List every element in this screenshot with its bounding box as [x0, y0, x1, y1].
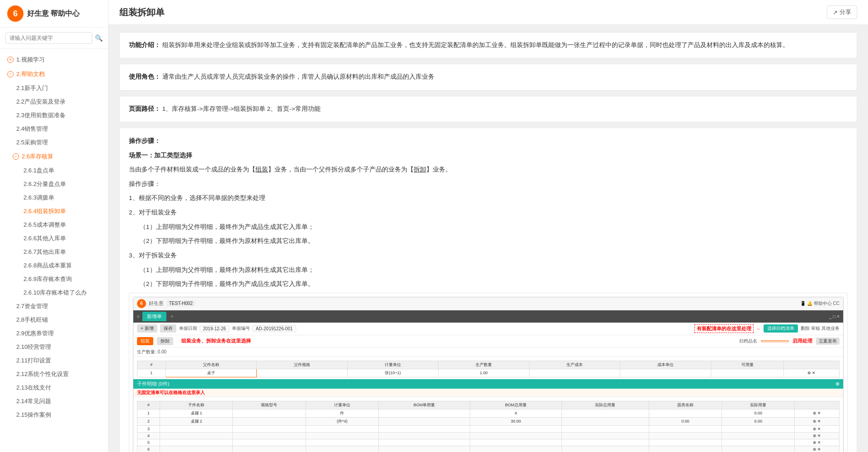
mock-annotation2: 组装业务、拆卸业务在这里选择: [181, 338, 251, 344]
sidebar-item-mobile[interactable]: 2.8手机旺铺: [0, 313, 108, 327]
mock-cell: ⊕ ✕: [783, 369, 839, 377]
sidebar-item-data-prep[interactable]: 2.3使用前数据准备: [0, 109, 108, 122]
scene1-title: 场景一：加工类型选择: [129, 152, 192, 159]
sidebar-item-cost-adjust[interactable]: 2.6.5成本调整单: [0, 218, 108, 232]
sidebar-item-stocktake[interactable]: 2.6.1盘点单: [0, 164, 108, 177]
scene1-desc: 当由多个子件材料组装成一个成品的业务为【组装】业务，当由一个父件拆分成多个子产品…: [129, 164, 848, 176]
mock-title-bar: ≡ 新增单 × _ □ ×: [133, 310, 843, 323]
steps-intro-label: 操作步骤：: [129, 178, 848, 190]
sidebar-item-online-pay[interactable]: 2.13在线支付: [0, 381, 108, 395]
mock-th-unit: 计量单位: [347, 361, 438, 369]
content-area: 功能介绍： 组装拆卸单用来处理企业组装或拆卸等加工业务，支持有固定装配清单的产品…: [108, 25, 868, 452]
sidebar-item-coupon[interactable]: 2.9优惠券管理: [0, 327, 108, 340]
search-icon[interactable]: 🔍: [95, 34, 103, 42]
step3-2: （2）下部明细为子件明细，最终作为产成品生成其它入库单。: [129, 278, 848, 290]
sidebar-item-account-err[interactable]: 2.6.10库存账本错了么办: [0, 286, 108, 300]
collapse-inventory-icon: −: [13, 153, 19, 160]
sidebar-item-stock-split[interactable]: 2.6.2分量盘点单: [0, 177, 108, 191]
mock-cell: [711, 369, 784, 377]
mock-sub-row-4: 4 ⊕ ✕: [137, 432, 840, 439]
sidebar-item-stock-check[interactable]: 2.6.9库存账本查询: [0, 272, 108, 286]
topbar: 组装拆卸单 ↗ 分享: [108, 0, 868, 25]
path-card: 页面路径： 1、库存核算->库存管理->组装拆卸单 2、首页->常用功能: [119, 96, 857, 122]
sidebar-item-docs[interactable]: − 2.帮助文档: [0, 67, 108, 81]
sidebar-item-print[interactable]: 2.11打印设置: [0, 354, 108, 367]
mock-th-qty: 生产数量: [438, 361, 529, 369]
mock-logo: 6: [137, 299, 146, 308]
expand-icon: +: [7, 57, 14, 63]
sidebar-item-purchase[interactable]: 2.5采购管理: [0, 136, 108, 149]
sidebar-item-assemble[interactable]: 2.6.4组装拆卸单: [0, 205, 108, 218]
path-text: 1、库存核算->库存管理->组装拆卸单 2、首页->常用功能: [162, 105, 321, 112]
sidebar-item-other-out[interactable]: 2.6.7其他出库单: [0, 245, 108, 259]
mock-sub-label: 子件明细 (0件): [137, 381, 170, 387]
sidebar-item-faq[interactable]: 2.14常见问题: [0, 395, 108, 408]
mock-btn-new: + 新增: [137, 324, 157, 333]
page-title: 组装拆卸单: [119, 6, 165, 19]
sidebar-item-install[interactable]: 2.2产品安装及登录: [0, 95, 108, 109]
step2: 2、对于组装业务: [129, 207, 848, 219]
mock-nav-icon: ≡: [137, 314, 140, 319]
sidebar-item-sales[interactable]: 2.4销售管理: [0, 122, 108, 136]
mock-type-row: 组装 拆卸 组装业务、拆卸业务在这里选择 归档品名 启用处理 立案发布: [133, 335, 843, 347]
mock-cell: 1.00: [438, 369, 529, 377]
mock-sub-th: 实际总用量: [561, 401, 649, 409]
mock-th-spec: 父件规格: [256, 361, 347, 369]
sidebar-item-adjust[interactable]: 2.6.3调拨单: [0, 191, 108, 205]
sidebar-item-newcomer[interactable]: 2.1新手入门: [0, 81, 108, 95]
mock-info-text: 生产数量: 0.00: [137, 349, 166, 355]
mock-info-row: 生产数量: 0.00: [133, 347, 843, 357]
mock-sub-th: BOM单用量: [378, 401, 470, 409]
mock-parent-table: # 父件名称 父件规格 计量单位 生产数量 生产成本 成本单位 可用量: [137, 361, 840, 377]
mock-tab: 新增单: [142, 312, 166, 321]
sidebar-item-ops[interactable]: 2.10经营管理: [0, 340, 108, 354]
sidebar-header: 6 好生意 帮助中心: [0, 0, 108, 28]
intro-text: 组装拆卸单用来处理企业组装或拆卸等加工业务，支持有固定装配清单的产品加工业务，也…: [162, 42, 789, 48]
mock-app-name: 好生意: [149, 300, 164, 307]
sidebar-item-capital[interactable]: 2.7资金管理: [0, 300, 108, 313]
step1: 1、根据不同的业务，选择不同单据的类型来处理: [129, 192, 848, 204]
screenshot-container: 6 好生意 TEST-H002 📱 🔔 帮助中心 CC ≡ 新增单 × _ □ …: [129, 293, 848, 452]
mock-sub-th: [795, 401, 840, 409]
role-card: 使用角色： 通常由生产人员或库管人员完成拆装业务的操作，库管人员确认原材料的出库…: [119, 64, 857, 90]
mock-sub-row-5: 5 ⊕ ✕: [137, 439, 840, 446]
intro-card: 功能介绍： 组装拆卸单用来处理企业组装或拆卸等加工业务，支持有固定装配清单的产品…: [119, 32, 857, 58]
sidebar-item-other-in[interactable]: 2.6.6其他入库单: [0, 232, 108, 245]
mock-sub-row-2: 2 桌腿 2 (件*4) 30.00 0.00 0.00 ⊕ ✕: [137, 417, 840, 425]
mock-screenshot: 6 好生意 TEST-H002 📱 🔔 帮助中心 CC ≡ 新增单 × _ □ …: [133, 297, 844, 452]
mock-sub-th: #: [137, 401, 160, 409]
sidebar-item-video[interactable]: + 1.视频学习: [0, 52, 108, 67]
sidebar-item-cases[interactable]: 2.15操作案例: [0, 408, 108, 422]
mock-icons: 📱 🔔 帮助中心 CC: [800, 300, 840, 307]
mock-cell: [256, 369, 347, 377]
sidebar-item-goods-cost[interactable]: 2.6.8商品成本重算: [0, 259, 108, 272]
mock-disassemble-btn: 拆卸: [157, 337, 173, 345]
mock-close-icon: ×: [171, 314, 174, 319]
mock-sub-row-3: 3 ⊕ ✕: [137, 425, 840, 432]
mock-sub-th: 子件名称: [160, 401, 233, 409]
app-title: 好生意 帮助中心: [27, 9, 80, 19]
mock-cell: 1: [137, 369, 166, 377]
mock-arrow1: ←: [756, 326, 761, 331]
sidebar-item-inventory[interactable]: − 2.6库存核算: [0, 149, 108, 164]
mock-confirm-btn: 立案发布: [816, 338, 840, 345]
mock-parent-section: # 父件名称 父件规格 计量单位 生产数量 生产成本 成本单位 可用量: [133, 357, 843, 379]
mock-th-op: [783, 361, 839, 369]
main-content: 组装拆卸单 ↗ 分享 功能介绍： 组装拆卸单用来处理企业组装或拆卸等加工业务，支…: [108, 0, 868, 452]
mock-extra-btns: 删除 审核 其他业务: [801, 325, 840, 332]
sidebar-item-customize[interactable]: 2.12系统个性化设置: [0, 367, 108, 381]
mock-form-toolbar: + 新增 保存 单据日期 2019-12-26 单据编号 AD-20191226…: [133, 323, 843, 335]
search-input[interactable]: [5, 32, 92, 44]
share-button[interactable]: ↗ 分享: [827, 5, 857, 19]
mock-topbar: 6 好生意 TEST-H002 📱 🔔 帮助中心 CC: [133, 297, 843, 310]
mock-annotation3: 启用处理: [793, 338, 812, 344]
mock-parent-row-1: 1 桌子 张(10~1) 1.00 ⊕ ✕: [137, 369, 840, 377]
mock-sub-th: BOM总用量: [470, 401, 561, 409]
mock-th-num: #: [137, 361, 166, 369]
mock-date-label: 单据日期: [179, 325, 197, 332]
path-label: 页面路径：: [129, 105, 160, 112]
steps-title: 操作步骤：: [129, 135, 848, 147]
mock-sub-row-6: 6 ⊕ ✕: [137, 446, 840, 452]
mock-th-cost-unit: 成本单位: [620, 361, 711, 369]
mock-sub-section: # 子件名称 规格型号 计量单位 BOM单用量 BOM总用量 实际总用量 器类名…: [133, 397, 843, 452]
